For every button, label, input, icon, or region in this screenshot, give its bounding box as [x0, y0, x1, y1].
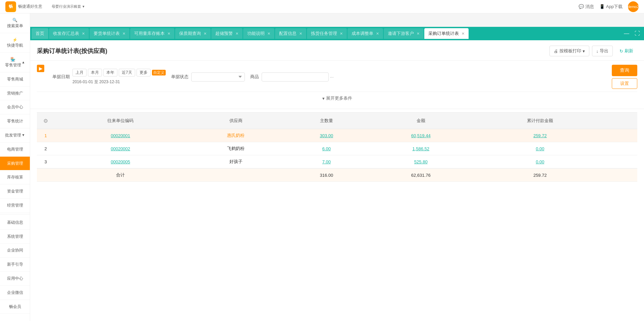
- page-title: 采购订单统计表(按供应商): [37, 47, 107, 55]
- expand-more-btn[interactable]: ▾ 展开更多条件: [320, 95, 355, 102]
- date-filter-group: 上月 本月 本年 近7天 更多 自定义 2016-01-01 至: [72, 69, 166, 85]
- query-actions: 查询 设置: [612, 65, 637, 89]
- footer-label: 合计: [54, 168, 186, 182]
- sidebar-item-new-guide[interactable]: 新手引导: [0, 258, 30, 272]
- tab-close-func-desc[interactable]: ✕: [267, 32, 270, 36]
- table-header: ⚙ 往来单位编码 供应商 主数量 金额 累计付款金额: [37, 113, 637, 129]
- app-download-action[interactable]: 📱 App下载: [599, 4, 623, 10]
- sidebar-item-member-center[interactable]: 会员中心: [0, 100, 30, 114]
- filter-area: ▶ 单据日期 上月 本月 本年 近7天: [30, 61, 644, 109]
- status-select-wrapper: [191, 72, 245, 82]
- goods-more-icon[interactable]: ···: [330, 74, 334, 79]
- col-supplier-header: 供应商: [186, 113, 285, 129]
- tab-maximize-btn[interactable]: ⛶: [633, 30, 641, 37]
- toggle-filter-btn[interactable]: ▶: [37, 65, 44, 72]
- tab-close-inventory-account[interactable]: ✕: [167, 32, 170, 36]
- tab-inventory-account[interactable]: 可用量库存账本 ✕: [130, 28, 174, 39]
- cell-no-3: 3: [37, 155, 54, 169]
- cell-amount-1: 60,519.44: [368, 129, 474, 142]
- tab-close-warranty-query[interactable]: ✕: [204, 32, 207, 36]
- message-action[interactable]: 💬 消息: [579, 4, 594, 10]
- tab-goods-stats[interactable]: 要货单统计表 ✕: [90, 28, 129, 39]
- export-icon: ↓: [596, 49, 599, 54]
- sidebar-item-inventory[interactable]: 库存核算: [0, 170, 30, 184]
- tab-bar: 首页 收发存汇总表 ✕ 要货单统计表 ✕ 可用量库存账本 ✕ 保质期查询 ✕ 超…: [30, 27, 644, 40]
- sidebar-item-app-center[interactable]: 应用中心: [0, 272, 30, 286]
- tab-close-config-info[interactable]: ✕: [299, 32, 302, 36]
- sidebar-item-membership[interactable]: 畅会员: [0, 300, 30, 314]
- template-print-button[interactable]: 🖨 按模板打印 ▾: [549, 46, 589, 56]
- tab-func-desc[interactable]: 功能说明 ✕: [243, 28, 274, 39]
- sidebar-item-retail-mgmt[interactable]: 🏪 零售管理 ▲: [0, 53, 30, 72]
- sidebar-item-quick-nav[interactable]: ⚡ 快捷导航: [0, 33, 30, 53]
- sidebar-item-search[interactable]: 🔍 搜索菜单: [0, 13, 30, 33]
- cell-paid-3: 0.00: [474, 155, 606, 169]
- tab-minimize-btn[interactable]: —: [623, 30, 631, 37]
- tab-close-purchase-order-stats[interactable]: ✕: [462, 32, 465, 36]
- date-more-btn[interactable]: 更多: [137, 69, 151, 76]
- avatar: demo2: [628, 1, 639, 12]
- footer-amount: 62,631.76: [368, 168, 474, 182]
- filter-status: 单据状态: [171, 72, 245, 82]
- query-button[interactable]: 查询: [612, 65, 637, 76]
- tab-cost-adjust[interactable]: 成本调整单 ✕: [347, 28, 383, 39]
- tab-pick-task[interactable]: 拣货任务管理 ✕: [307, 28, 347, 39]
- tab-invite-downstream[interactable]: 邀请下游客户 ✕: [384, 28, 424, 39]
- date-this-year-btn[interactable]: 本年: [103, 69, 117, 76]
- goods-input[interactable]: [262, 72, 329, 82]
- tab-close-receive-summary[interactable]: ✕: [82, 32, 85, 36]
- tab-close-overstock-warning[interactable]: ✕: [235, 32, 238, 36]
- sidebar-item-ecommerce[interactable]: 电商管理: [0, 143, 30, 157]
- tab-close-invite-downstream[interactable]: ✕: [417, 32, 420, 36]
- date-last-7days-btn[interactable]: 近7天: [119, 69, 135, 76]
- tab-close-cost-adjust[interactable]: ✕: [376, 32, 379, 36]
- cell-paid-2: 0.00: [474, 142, 606, 155]
- status-select[interactable]: [191, 72, 245, 82]
- user-profile[interactable]: demo2: [628, 1, 639, 12]
- page-header: 采购订单统计表(按供应商) 🖨 按模板打印 ▾ ↓ 导出 ↻ 刷新: [30, 40, 644, 61]
- settings-button[interactable]: 设置: [612, 78, 637, 89]
- logo-area: 畅 畅捷通好生意: [5, 1, 42, 12]
- sidebar-item-basic-info[interactable]: 基础信息: [0, 216, 30, 230]
- date-last-month-btn[interactable]: 上月: [72, 69, 87, 76]
- sidebar-item-ops-mgmt[interactable]: 经营管理: [0, 199, 30, 213]
- tab-close-pick-task[interactable]: ✕: [340, 32, 343, 36]
- cell-extra-3: [606, 155, 637, 169]
- cell-qty-2: 6.00: [285, 142, 368, 155]
- cell-supplier-1: 惠氏奶粉: [186, 129, 285, 142]
- col-paid-header: 累计付款金额: [474, 113, 606, 129]
- sidebar-item-retail-store[interactable]: 零售商城: [0, 72, 30, 87]
- sidebar-item-sys-mgmt[interactable]: 系统管理: [0, 230, 30, 244]
- sidebar-item-finance[interactable]: 资金管理: [0, 184, 30, 199]
- tab-receive-summary[interactable]: 收发存汇总表 ✕: [49, 28, 89, 39]
- tab-config-info[interactable]: 配置信息 ✕: [275, 28, 306, 39]
- tab-close-goods-stats[interactable]: ✕: [122, 32, 125, 36]
- page-content: 采购订单统计表(按供应商) 🖨 按模板打印 ▾ ↓ 导出 ↻ 刷新: [30, 40, 644, 321]
- sidebar-item-marketing[interactable]: 营销推广: [0, 87, 30, 101]
- sidebar-item-enterprise-collab[interactable]: 企业协同: [0, 244, 30, 258]
- refresh-button[interactable]: ↻ 刷新: [615, 46, 637, 56]
- cell-no-1: 1: [37, 129, 54, 142]
- tab-overstock-warning[interactable]: 超储预警 ✕: [211, 28, 243, 39]
- tab-home[interactable]: 首页: [32, 28, 48, 39]
- message-icon: 💬: [579, 4, 584, 9]
- table-row: 3 00020005 好孩子 7.00 525.80 0.00: [37, 155, 637, 169]
- export-button[interactable]: ↓ 导出: [592, 46, 613, 56]
- footer-qty: 316.00: [285, 168, 368, 182]
- table-settings-icon[interactable]: ⚙: [41, 116, 50, 125]
- page-header-actions: 🖨 按模板打印 ▾ ↓ 导出 ↻ 刷新: [549, 46, 638, 56]
- sidebar-item-retail-stats[interactable]: 零售统计: [0, 114, 30, 128]
- cell-paid-1: 259.72: [474, 129, 606, 142]
- date-this-month-btn[interactable]: 本月: [88, 69, 102, 76]
- col-extra-header: [606, 113, 637, 129]
- footer-extra: [606, 168, 637, 182]
- sidebar-item-purchase-mgmt[interactable]: 采购管理: [0, 157, 30, 171]
- retail-mgmt-icon: 🏪: [5, 57, 21, 62]
- cell-qty-3: 7.00: [285, 155, 368, 169]
- sidebar-item-wholesale-mgmt[interactable]: 批发管理 ▼: [0, 128, 30, 143]
- tab-warranty-query[interactable]: 保质期查询 ✕: [175, 28, 211, 39]
- workspace-selector[interactable]: 母婴行业演示账套 ▾: [52, 4, 85, 9]
- tab-purchase-order-stats[interactable]: 采购订单统计表 ✕: [424, 28, 469, 39]
- sidebar-item-enterprise-wechat[interactable]: 企业微信: [0, 286, 30, 300]
- chevron-down-icon: ▾: [322, 96, 325, 101]
